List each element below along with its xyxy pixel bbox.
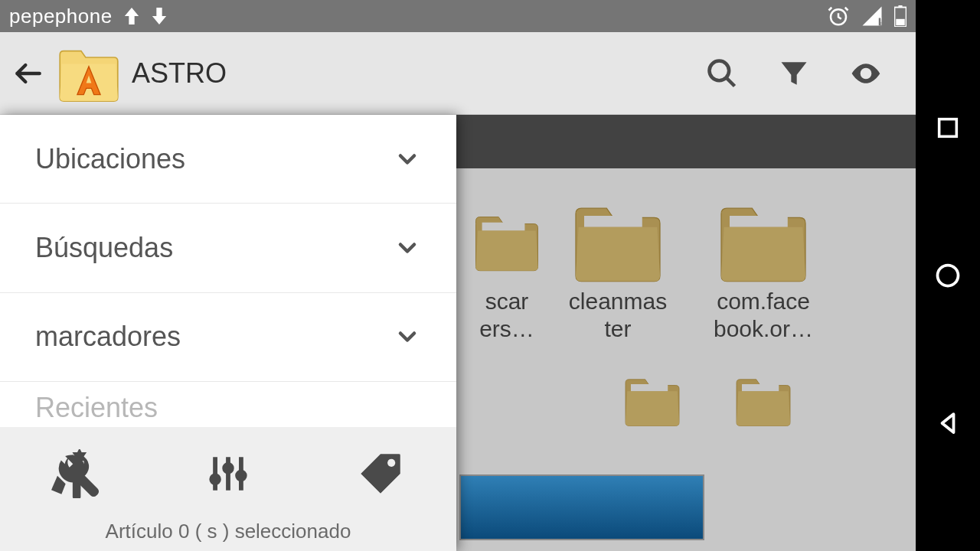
search-button[interactable] (704, 56, 740, 91)
alarm-icon (827, 5, 850, 28)
carrier-label: pepephone (9, 5, 113, 28)
drawer-label: Ubicaciones (35, 143, 394, 175)
drawer-label: marcadores (35, 321, 394, 353)
system-nav-bar (916, 0, 980, 551)
svg-rect-5 (896, 19, 904, 25)
download-icon (151, 6, 168, 26)
chevron-down-icon (394, 145, 421, 173)
drawer-item-recents[interactable]: Recientes (0, 382, 456, 427)
drawer-label: Búsquedas (35, 232, 394, 264)
ad-banner[interactable] (459, 474, 704, 540)
navigation-drawer: Ubicaciones Búsquedas marcadores Recient… (0, 115, 456, 551)
chevron-down-icon (394, 323, 421, 350)
svg-point-19 (224, 465, 232, 472)
drawer-label: Recientes (35, 392, 421, 424)
tools-button[interactable] (0, 449, 152, 498)
nav-home-button[interactable] (933, 260, 963, 291)
filter-button[interactable] (776, 56, 812, 91)
svg-point-21 (387, 458, 395, 466)
drawer-item-locations[interactable]: Ubicaciones (0, 115, 456, 204)
svg-point-20 (237, 471, 245, 479)
svg-point-6 (710, 60, 730, 80)
content-area: scar ers… cleanmas ter com.face book.or…… (0, 115, 980, 551)
app-title: ASTRO (132, 57, 227, 90)
selection-status: Artículo 0 ( s ) seleccionado (0, 520, 456, 551)
sliders-button[interactable] (152, 452, 305, 496)
status-bar: pepephone ! 13:46 (0, 0, 980, 32)
app-logo-icon (57, 44, 121, 103)
tag-button[interactable] (304, 448, 456, 500)
view-button[interactable] (848, 56, 884, 91)
svg-point-23 (938, 265, 959, 285)
upload-icon (123, 6, 140, 26)
drawer-item-searches[interactable]: Búsquedas (0, 204, 456, 292)
svg-rect-22 (939, 119, 957, 136)
back-button[interactable] (11, 56, 46, 91)
app-bar: ASTRO (0, 32, 980, 115)
drawer-item-bookmarks[interactable]: marcadores (0, 293, 456, 382)
chevron-down-icon (394, 234, 421, 262)
svg-text:!: ! (880, 16, 882, 26)
screen: pepephone ! 13:46 (0, 0, 980, 551)
svg-rect-4 (898, 5, 902, 8)
drawer-bottom-toolbar: Artículo 0 ( s ) seleccionado (0, 427, 456, 551)
nav-recent-button[interactable] (933, 112, 963, 143)
signal-icon: ! (861, 6, 884, 26)
nav-back-button[interactable] (933, 408, 963, 439)
battery-icon (894, 5, 906, 27)
svg-point-18 (211, 475, 219, 483)
